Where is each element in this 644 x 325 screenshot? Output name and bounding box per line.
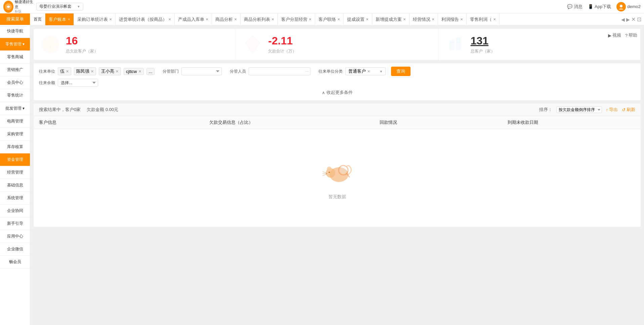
user-profile[interactable]: demo2 (616, 2, 641, 11)
remove-tag-wang[interactable]: ✕ (116, 69, 119, 74)
tab-retail-profit[interactable]: 零售利润（ ✕ (467, 13, 500, 25)
data-table: 客户信息 欠款交易信息（占比） 回款情况 到期未收款日期 (34, 116, 641, 227)
tab-right-arrow[interactable]: ▶ (626, 17, 630, 22)
close-tab-operations[interactable]: ✕ (432, 17, 434, 21)
sidebar-item-basic-info[interactable]: 基础信息 (0, 179, 30, 192)
refresh-button[interactable]: ↺ 刷新 (622, 107, 635, 113)
top-right-actions: 💬 消息 📱 App下载 demo2 (567, 2, 641, 11)
sidebar-item-retail-stats[interactable]: 零售统计 (0, 89, 30, 102)
remove-tag-normal-customer[interactable]: ✕ (367, 69, 370, 74)
export-button[interactable]: ↑ 导出 (606, 107, 618, 113)
tab-new-commission[interactable]: 新增提成方案 ✕ (372, 13, 410, 25)
tab-product-inbound[interactable]: 产成品入库单 ✕ (175, 13, 212, 25)
sort-select[interactable]: 按欠款金额倒序排序 (556, 106, 602, 113)
tab-customer-ledger[interactable]: 客户账本 ✕ (45, 13, 74, 25)
tab-close-all[interactable]: ✕ (631, 16, 636, 23)
person-input[interactable] (249, 67, 310, 75)
svg-rect-6 (449, 40, 455, 50)
empty-icon (320, 156, 354, 190)
top-right-help-actions: ▶ 视频 ? 帮助 (608, 32, 637, 38)
sidebar-item-wechat[interactable]: 企业微信 (0, 243, 30, 256)
sidebar: 搜索菜单 快捷导航 零售管理 ▾ 零售商城 营销推广 会员中心 零售统计 批发管… (0, 13, 30, 325)
empty-state: 暂无数据 (34, 129, 641, 227)
close-tab-purchase-order[interactable]: ✕ (109, 17, 112, 21)
close-tab-purchase-product[interactable]: ✕ (168, 17, 171, 21)
sidebar-item-finance[interactable]: 资金管理 (0, 153, 30, 166)
debtor-count-value: 16 (66, 35, 98, 47)
sidebar-quick-nav[interactable]: 快捷导航 (0, 25, 30, 38)
sidebar-item-inventory[interactable]: 库存核算 (0, 141, 30, 153)
tab-customer-tier[interactable]: 客户分层经营 ✕ (278, 13, 315, 25)
tab-product-analysis[interactable]: 商品分析 ✕ (212, 13, 241, 25)
sidebar-item-marketing[interactable]: 营销推广 (0, 64, 30, 76)
close-tab-product-analysis-list[interactable]: ✕ (271, 17, 274, 21)
close-tab-product-analysis[interactable]: ✕ (234, 17, 237, 21)
help-link[interactable]: ? 帮助 (625, 32, 637, 38)
sidebar-item-system[interactable]: 系统管理 (0, 192, 30, 205)
close-tab-retail-profit[interactable]: ✕ (493, 17, 496, 21)
sidebar-item-enterprise[interactable]: 企业协同 (0, 205, 30, 217)
svg-point-23 (340, 167, 347, 174)
close-tab-profit-report[interactable]: ✕ (460, 17, 463, 21)
close-tab-commission[interactable]: ✕ (366, 17, 369, 21)
person-input-more-icon: ··· (305, 69, 308, 74)
collapse-button[interactable]: ∧ 收起更多条件 (39, 89, 635, 96)
message-button[interactable]: 💬 消息 (567, 4, 583, 10)
dept-select[interactable] (181, 67, 222, 75)
sidebar-item-retail-mall[interactable]: 零售商城 (0, 51, 30, 64)
results-summary: 搜索结果中，客户0家 欠款金额 0.00元 (39, 107, 118, 113)
remove-tag-cjttcw[interactable]: ✕ (138, 69, 141, 74)
account-selector[interactable]: 母婴行业演示帐套 ▼ (36, 3, 83, 10)
tab-commission-settings[interactable]: 提成设置 ✕ (344, 13, 372, 25)
tab-left-arrow[interactable]: ◀ (621, 17, 625, 22)
close-tab-customer-contact[interactable]: ✕ (337, 17, 340, 21)
sidebar-item-app-center[interactable]: 应用中心 (0, 230, 30, 243)
sidebar-item-member[interactable]: 会员中心 (0, 76, 30, 89)
close-tab-customer-ledger[interactable]: ✕ (68, 17, 70, 21)
sidebar-item-wholesale[interactable]: 批发管理 ▾ (0, 102, 30, 115)
svg-rect-12 (457, 41, 458, 43)
chevron-up-icon: ∧ (322, 90, 325, 95)
tab-home[interactable]: 首页 (30, 13, 45, 25)
sidebar-item-vip[interactable]: 畅会员 (0, 256, 30, 268)
person-filter-label: 分管人员 (230, 69, 246, 74)
tab-operations[interactable]: 经营情况 ✕ (410, 13, 438, 25)
video-link[interactable]: ▶ 视频 (608, 32, 621, 38)
tab-purchase-order-stats[interactable]: 采购订单统计表 ✕ (74, 13, 116, 25)
close-tab-product-inbound[interactable]: ✕ (206, 17, 208, 21)
sidebar-item-ecommerce[interactable]: 电商管理 (0, 115, 30, 128)
results-right-actions: 排序： 按欠款金额倒序排序 ↑ 导出 ↺ 刷新 (539, 106, 636, 113)
tab-profit-report[interactable]: 利润报告 ✕ (438, 13, 467, 25)
tab-customer-contact[interactable]: 客户联络 ✕ (315, 13, 344, 25)
svg-point-2 (42, 36, 59, 53)
sidebar-item-purchase[interactable]: 采购管理 (0, 128, 30, 141)
tab-purchase-stats-product[interactable]: 进货单统计表（按商品） ✕ (116, 13, 175, 25)
building-icon (445, 34, 465, 55)
top-bar: 畅捷通好生意 标版 母婴行业演示帐套 ▼ 💬 消息 📱 App下载 demo2 (0, 0, 644, 13)
tab-bar: 首页 客户账本 ✕ 采购订单统计表 ✕ 进货单统计表（按商品） ✕ 产成品入库单… (30, 13, 644, 26)
play-icon: ▶ (608, 33, 611, 38)
app-download-button[interactable]: 📱 App下载 (588, 4, 611, 10)
balance-select[interactable]: 选择... (58, 79, 98, 87)
main-layout: 搜索菜单 快捷导航 零售管理 ▾ 零售商城 营销推广 会员中心 零售统计 批发管… (0, 13, 644, 325)
sidebar-item-operations[interactable]: 经营管理 (0, 166, 30, 179)
tab-expand[interactable]: ⊡ (637, 16, 641, 23)
tab-product-analysis-list[interactable]: 商品分析列表 ✕ (241, 13, 278, 25)
svg-rect-8 (450, 41, 451, 43)
logo-sub: 标版 (15, 9, 34, 14)
filter-tag-more[interactable]: ... (146, 68, 155, 75)
help-icon: ? (625, 33, 628, 38)
close-tab-customer-tier[interactable]: ✕ (309, 17, 311, 21)
remove-tag-wu[interactable]: ✕ (66, 69, 69, 74)
close-tab-new-commission[interactable]: ✕ (403, 17, 406, 21)
remove-tag-chen[interactable]: ✕ (91, 69, 94, 74)
svg-rect-10 (457, 39, 458, 40)
category-select-wrapper[interactable]: 普通客户 ✕ ▼ (345, 67, 386, 75)
svg-rect-11 (459, 39, 460, 40)
filter-tag-chenminqiang: 陈民强 ✕ (74, 67, 96, 75)
sidebar-item-retail[interactable]: 零售管理 ▾ (0, 38, 30, 51)
sidebar-search[interactable]: 搜索菜单 (0, 13, 30, 25)
sidebar-item-guide[interactable]: 新手引导 (0, 217, 30, 230)
results-bar: 搜索结果中，客户0家 欠款金额 0.00元 排序： 按欠款金额倒序排序 ↑ 导出… (34, 104, 641, 116)
query-button[interactable]: 查询 (391, 67, 411, 76)
